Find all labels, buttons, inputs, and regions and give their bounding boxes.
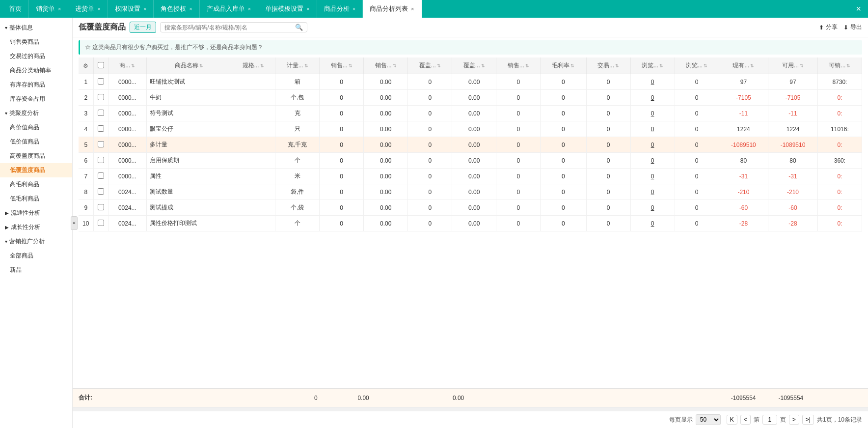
sidebar-item-low-margin[interactable]: 低毛利商品 — [0, 192, 72, 206]
row-name[interactable]: 眼宝公仔 — [146, 121, 231, 137]
browse1-column-header[interactable]: 浏览... ⇅ — [630, 57, 675, 74]
browse2-column-header[interactable]: 浏览... ⇅ — [675, 57, 719, 74]
row-name[interactable]: 测试数量 — [146, 184, 231, 200]
tab-finished-goods[interactable]: 产成品入库单 × — [200, 0, 258, 18]
close-tab-permission[interactable]: × — [143, 6, 146, 12]
row-checkbox[interactable] — [93, 153, 108, 169]
saleable-column-header[interactable]: 可销... ⇅ — [817, 57, 862, 74]
sidebar-group-growth[interactable]: ▶ 成长性分析 — [0, 220, 72, 234]
row-checkbox[interactable] — [93, 137, 108, 153]
product-table-container[interactable]: ⚙ 商... ⇅ 商品名称 — [73, 57, 868, 388]
sidebar-group-cluster[interactable]: ▾ 类聚度分析 — [0, 106, 72, 120]
row-name[interactable]: 多计量 — [146, 137, 231, 153]
trade-column-header[interactable]: 交易... ⇅ — [586, 57, 630, 74]
spec-column-header[interactable]: 规格... ⇅ — [231, 57, 275, 74]
last-page-button[interactable]: >| — [802, 415, 814, 425]
tab-product-analysis[interactable]: 商品分析 × — [317, 0, 363, 18]
coverage1-column-header[interactable]: 覆盖... ⇅ — [408, 57, 452, 74]
tab-purchase-order[interactable]: 进货单 × — [68, 0, 108, 18]
time-filter-button[interactable]: 近一月 — [130, 22, 156, 33]
close-tab-analysis[interactable]: × — [353, 6, 355, 12]
close-tab-analysis-list[interactable]: × — [411, 6, 414, 12]
sidebar-item-category-sales-rate[interactable]: 商品分类动销率 — [0, 63, 72, 78]
export-button[interactable]: ⬇ 导出 — [843, 23, 862, 31]
code-column-header[interactable]: 商... ⇅ — [108, 57, 146, 74]
page-number-input[interactable] — [762, 415, 777, 425]
row-name[interactable]: 符号测试 — [146, 106, 231, 121]
sidebar-item-high-margin[interactable]: 高毛利商品 — [0, 177, 72, 192]
next-page-button[interactable]: > — [789, 415, 799, 425]
checkbox-column-header[interactable] — [93, 57, 108, 74]
sidebar-group-circulation[interactable]: ▶ 流通性分析 — [0, 206, 72, 220]
row-checkbox[interactable] — [93, 121, 108, 137]
sidebar-item-low-value[interactable]: 低价值商品 — [0, 135, 72, 149]
sidebar-item-high-coverage[interactable]: 高覆盖度商品 — [0, 149, 72, 163]
row-name[interactable]: 牛奶 — [146, 90, 231, 106]
row-browse1[interactable]: 0 — [630, 137, 675, 153]
first-page-button[interactable]: K — [727, 415, 737, 425]
row-browse1[interactable]: 0 — [630, 169, 675, 184]
row-browse1[interactable]: 0 — [630, 121, 675, 137]
row-name[interactable]: 测试提成 — [146, 200, 231, 216]
sidebar-item-traded-products[interactable]: 交易过的商品 — [0, 49, 72, 63]
row-name[interactable]: 属性 — [146, 169, 231, 184]
prev-page-button[interactable]: < — [740, 415, 751, 425]
sidebar-group-overall[interactable]: ▾ 整体信息 — [0, 21, 72, 35]
close-tab-role[interactable]: × — [189, 6, 192, 12]
row-checkbox[interactable] — [93, 200, 108, 216]
tab-home[interactable]: 首页 — [2, 0, 29, 18]
tab-permission-settings[interactable]: 权限设置 × — [108, 0, 154, 18]
unit-column-header[interactable]: 计量... ⇅ — [275, 57, 320, 74]
row-browse1[interactable]: 0 — [630, 184, 675, 200]
row-browse1[interactable]: 0 — [630, 90, 675, 106]
row-gross: 0 — [541, 153, 586, 169]
available-column-header[interactable]: 可用... ⇅ — [768, 57, 818, 74]
sidebar-item-new-products[interactable]: 新品 — [0, 263, 72, 277]
sidebar-item-in-stock[interactable]: 有库存的商品 — [0, 78, 72, 92]
row-name[interactable]: 旺铺批次测试 — [146, 74, 231, 90]
tab-product-analysis-list[interactable]: 商品分析列表 × — [363, 0, 421, 18]
row-name[interactable]: 启用保质期 — [146, 153, 231, 169]
settings-icon[interactable]: ⚙ — [83, 62, 88, 69]
gross-column-header[interactable]: 毛利率 ⇅ — [541, 57, 586, 74]
row-browse1[interactable]: 0 — [630, 153, 675, 169]
share-button[interactable]: ⬆ 分享 — [819, 23, 838, 31]
stock-column-header[interactable]: 现有... ⇅ — [719, 57, 768, 74]
per-page-select[interactable]: 50 20 100 200 — [696, 414, 721, 425]
row-name[interactable]: 属性价格打印测试 — [146, 216, 231, 231]
close-tab-sales-order[interactable]: × — [58, 6, 61, 12]
sidebar-group-marketing[interactable]: ▾ 营销推广分析 — [0, 234, 72, 249]
sidebar-item-high-value[interactable]: 高价值商品 — [0, 120, 72, 135]
row-browse1[interactable]: 0 — [630, 74, 675, 90]
row-checkbox[interactable] — [93, 106, 108, 121]
sidebar-item-low-coverage[interactable]: 低覆盖度商品 — [0, 163, 72, 177]
sidebar-item-sales-products[interactable]: 销售类商品 — [0, 35, 72, 49]
row-checkbox[interactable] — [93, 90, 108, 106]
tab-template-settings[interactable]: 单据模板设置 × — [258, 0, 317, 18]
tab-role-auth[interactable]: 角色授权 × — [154, 0, 199, 18]
name-column-header[interactable]: 商品名称 ⇅ — [146, 57, 231, 74]
search-input[interactable] — [164, 24, 295, 31]
coverage2-column-header[interactable]: 覆盖... ⇅ — [452, 57, 496, 74]
sales-amt-column-header[interactable]: 销售... ⇅ — [364, 57, 408, 74]
sidebar-item-stock-capital[interactable]: 库存资金占用 — [0, 92, 72, 106]
row-checkbox[interactable] — [93, 216, 108, 231]
horizontal-scrollbar[interactable] — [73, 407, 868, 411]
select-all-checkbox[interactable] — [98, 62, 104, 68]
row-browse1[interactable]: 0 — [630, 216, 675, 231]
row-checkbox[interactable] — [93, 184, 108, 200]
sidebar-item-all-products[interactable]: 全部商品 — [0, 249, 72, 263]
row-browse1[interactable]: 0 — [630, 200, 675, 216]
tab-sales-order[interactable]: 销货单 × — [29, 0, 68, 18]
row-checkbox[interactable] — [93, 169, 108, 184]
row-checkbox[interactable] — [93, 74, 108, 90]
sales3-column-header[interactable]: 销售... ⇅ — [496, 57, 541, 74]
settings-column-header[interactable]: ⚙ — [79, 57, 93, 74]
row-browse1[interactable]: 0 — [630, 106, 675, 121]
close-tab-finished[interactable]: × — [248, 6, 251, 12]
sidebar-collapse-button[interactable]: « — [71, 216, 78, 230]
close-tab-template[interactable]: × — [306, 6, 309, 12]
close-tab-purchase[interactable]: × — [97, 6, 100, 12]
sales-qty-column-header[interactable]: 销售... ⇅ — [320, 57, 364, 74]
window-close-button[interactable]: × — [851, 4, 866, 14]
